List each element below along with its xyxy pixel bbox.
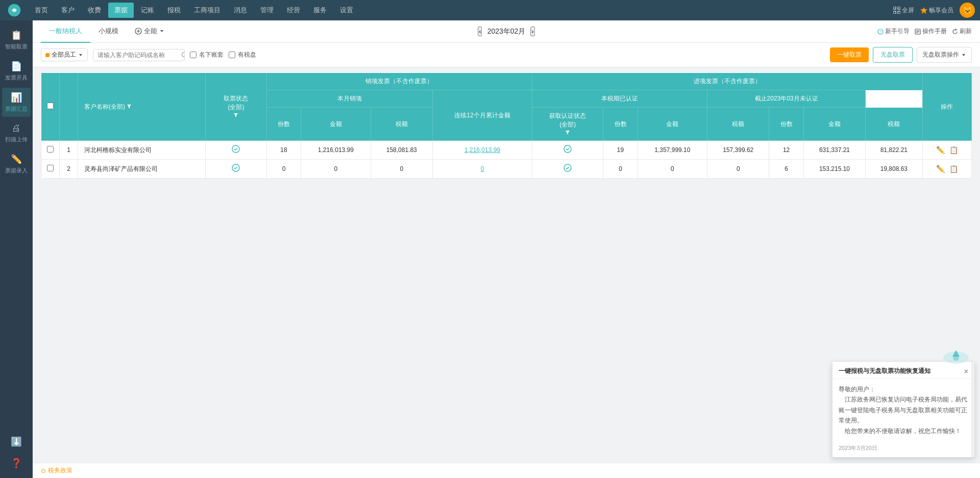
sidebar-item-issue-invoice[interactable]: 📄 发票开具: [2, 57, 31, 86]
check-account-checkbox[interactable]: [190, 52, 197, 58]
row1-check[interactable]: [41, 141, 60, 160]
sidebar-item-help[interactable]: ❓: [2, 454, 31, 473]
svg-rect-5: [898, 11, 900, 14]
fullscreen-btn[interactable]: 全屏: [893, 6, 914, 15]
svg-point-1: [13, 9, 15, 11]
rec-status-filter-icon: [565, 130, 570, 135]
tab-all[interactable]: 全能: [127, 20, 173, 43]
th-name[interactable]: 客户名称(全部): [78, 73, 206, 141]
prev-month-btn[interactable]: ‹: [478, 27, 482, 36]
row2-copy-btn[interactable]: 📋: [949, 165, 958, 173]
row1-edit-btn[interactable]: ✏️: [936, 146, 945, 154]
row1-monthly-amount: 1,216,013.99: [301, 141, 371, 160]
svg-point-18: [182, 52, 185, 57]
employee-dot: [45, 53, 50, 57]
row2-checkbox[interactable]: [47, 165, 54, 171]
nav-message[interactable]: 消息: [228, 3, 253, 18]
row2-unrec-tax: 19,808.63: [866, 160, 922, 179]
row1-checkbox[interactable]: [47, 146, 54, 153]
tax-policy-icon: ⊙: [41, 467, 46, 474]
row1-rec-amount: 1,357,999.10: [638, 141, 707, 160]
nav-tax[interactable]: 报税: [161, 3, 187, 18]
row1-action: ✏️ 📋: [922, 141, 971, 160]
nav-operation[interactable]: 经营: [281, 3, 306, 18]
refresh-btn[interactable]: 刷新: [952, 27, 972, 36]
row1-cumulative[interactable]: 1,216,013.99: [432, 141, 532, 160]
employee-select[interactable]: 全部员工: [41, 48, 88, 61]
nav-fee[interactable]: 收费: [82, 3, 107, 18]
manual-btn[interactable]: 操作手册: [915, 27, 947, 36]
nav-home[interactable]: 首页: [29, 3, 54, 18]
row2-edit-btn[interactable]: ✏️: [936, 165, 945, 173]
tax-policy-link[interactable]: 税务政策: [48, 466, 72, 475]
row1-monthly-tax: 158,081.83: [371, 141, 432, 160]
sidebar-item-invoice-summary[interactable]: 📊 票据汇总: [2, 88, 31, 117]
row1-monthly-count: 18: [266, 141, 301, 160]
popup-footer: 2023年3月20日: [832, 441, 974, 457]
search-button[interactable]: [178, 49, 185, 61]
svg-rect-4: [893, 11, 896, 14]
scan-upload-icon: 🖨: [12, 123, 21, 134]
popup-scroll[interactable]: 尊敬的用户： 江苏政务网已恢复访问电子税务局功能，易代账一键登陆电子税务局与无盘…: [832, 379, 974, 457]
tab-bar-right: ? 新手引导 操作手册 刷新: [877, 27, 972, 36]
row2-rec-status-icon: [564, 165, 572, 173]
th-rec-status[interactable]: 获取认证状态 (全部): [532, 108, 603, 141]
svg-rect-3: [898, 7, 900, 9]
main-table: 客户名称(全部) 取票状态 (全部) 销项发票（不含作废票） 进项发票（不含作废…: [41, 72, 972, 179]
popup-scrollbar[interactable]: [971, 362, 974, 457]
svg-marker-6: [920, 7, 927, 14]
svg-marker-21: [127, 105, 131, 108]
next-month-btn[interactable]: ›: [530, 27, 534, 36]
tab-bar: 一般纳税人 小规模 全能 ‹ 2023年02月 › ? 新手引导: [33, 20, 980, 43]
select-all-checkbox[interactable]: [47, 103, 54, 109]
no-disk-ticket-btn[interactable]: 无盘取票: [873, 47, 913, 63]
sidebar-item-smart-ticket[interactable]: 📋 智能取票: [2, 26, 31, 55]
nav-client[interactable]: 客户: [55, 3, 81, 18]
sidebar-item-invoice-entry[interactable]: ✏️ 票据录入: [2, 149, 31, 179]
has-tax-wrap[interactable]: 有税盘: [229, 51, 256, 59]
row1-rec-count: 19: [603, 141, 638, 160]
row1-rec-status-icon: [564, 146, 572, 155]
ops-dropdown-icon: [961, 53, 966, 58]
tab-small-scale[interactable]: 小规模: [90, 20, 127, 43]
th-status[interactable]: 取票状态 (全部): [206, 73, 267, 141]
month-nav: ‹ 2023年02月 ›: [478, 27, 535, 36]
search-input[interactable]: [93, 49, 178, 61]
th-monthly-count: 份数: [266, 108, 301, 141]
nav-manage[interactable]: 管理: [254, 3, 280, 18]
nav-service[interactable]: 服务: [307, 3, 333, 18]
popup-body: 尊敬的用户： 江苏政务网已恢复访问电子税务局功能，易代账一键登陆电子税务局与无盘…: [832, 379, 974, 441]
row2-num: 2: [60, 160, 78, 179]
check-account-wrap[interactable]: 名下账套: [190, 51, 224, 59]
vip-btn[interactable]: 畅享会员: [920, 6, 953, 15]
row2-check[interactable]: [41, 160, 60, 179]
month-display: 2023年02月: [487, 27, 526, 36]
toolbar: 全部员工 名下账套 有税盘 一键取票 无盘取票 无盘取票: [33, 43, 980, 67]
row1-status: [206, 141, 267, 160]
user-avatar[interactable]: 🐱: [960, 3, 975, 18]
nav-account[interactable]: 记账: [135, 3, 160, 18]
no-disk-ticket-ops-btn[interactable]: 无盘取票操作: [917, 47, 972, 63]
row2-action: ✏️ 📋: [922, 160, 971, 179]
smart-ticket-icon: 📋: [11, 30, 22, 41]
notification-popup: 一键报税与无盘取票功能恢复通知 × 尊敬的用户： 江苏政务网已恢复访问电子税务局…: [832, 361, 975, 458]
row2-unrec-amount: 153,215.10: [803, 160, 865, 179]
nav-invoice[interactable]: 票据: [108, 3, 134, 18]
one-click-ticket-btn[interactable]: 一键取票: [830, 47, 869, 62]
row2-name: 灵寿县尚泽矿产品有限公司: [78, 160, 206, 179]
row1-unrec-amount: 631,337.21: [803, 141, 865, 160]
row2-rec-status: [532, 160, 603, 179]
new-guide-btn[interactable]: ? 新手引导: [877, 27, 910, 36]
has-tax-checkbox[interactable]: [229, 52, 235, 58]
th-rec-tax: 税额: [707, 108, 769, 141]
th-rec-amount: 金额: [638, 108, 707, 141]
row1-copy-btn[interactable]: 📋: [949, 146, 958, 154]
sidebar-item-download[interactable]: ⬇️: [2, 432, 31, 451]
th-unrec-tax: 税额: [866, 108, 922, 141]
nav-business[interactable]: 工商项目: [188, 3, 227, 18]
popup-close-btn[interactable]: ×: [964, 367, 968, 375]
row2-cumulative[interactable]: 0: [432, 160, 532, 179]
tab-general-taxpayer[interactable]: 一般纳税人: [41, 20, 90, 43]
sidebar-item-scan-upload[interactable]: 🖨 扫描上传: [2, 119, 31, 147]
nav-settings[interactable]: 设置: [334, 3, 359, 18]
